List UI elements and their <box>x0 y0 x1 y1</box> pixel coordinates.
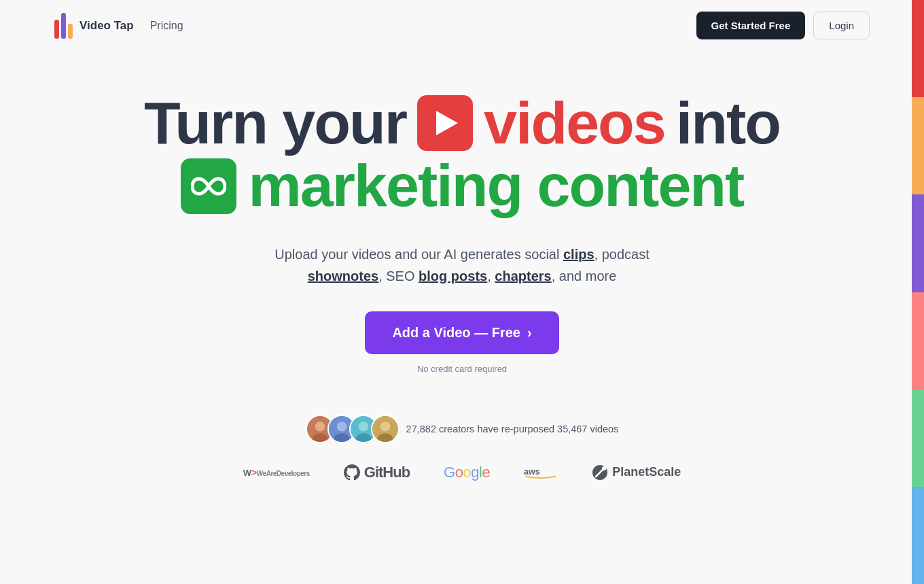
g-blue: G <box>444 464 455 481</box>
subtitle-clips: clips <box>563 247 594 262</box>
hero-text-videos: videos <box>484 92 665 154</box>
hero-title: Turn your videos into marketing content <box>144 92 780 218</box>
infinity-svg <box>191 176 226 196</box>
nav-left: Video Tap Pricing <box>54 13 183 39</box>
logo[interactable]: Video Tap <box>54 13 134 39</box>
avatar-face-4 <box>372 415 398 443</box>
avatars-row: 27,882 creators have re-purposed 35,467 … <box>306 415 619 443</box>
logo-text: Video Tap <box>79 19 134 33</box>
wad-arrow: > <box>251 466 257 478</box>
g-red2: e <box>482 464 490 481</box>
color-bar-pink <box>912 292 924 390</box>
color-bars <box>912 0 924 584</box>
planetscale-icon <box>592 464 608 481</box>
youtube-icon <box>417 95 473 151</box>
hero-text-into: into <box>676 92 780 154</box>
svg-point-7 <box>358 422 368 431</box>
subtitle-comma: , <box>487 269 491 284</box>
google-logo: Google <box>444 464 490 481</box>
aws-icon: aws <box>524 462 558 483</box>
svg-point-14 <box>602 466 606 470</box>
hero-text-marketing-content: marketing content <box>249 154 744 217</box>
color-bar-red <box>912 0 924 97</box>
svg-point-4 <box>336 422 346 431</box>
get-started-button[interactable]: Get Started Free <box>696 12 806 39</box>
play-triangle <box>436 111 458 135</box>
weareDevelopers-logo: W>WeAreDevelopers <box>243 466 310 478</box>
subtitle-text-pre: Upload your videos and our AI generates … <box>274 247 559 262</box>
subtitle-mid2: , SEO <box>378 269 414 284</box>
hero-title-line1: Turn your videos into <box>144 92 780 154</box>
cta-arrow-icon: › <box>527 325 532 341</box>
planetscale-logo: PlanetScale <box>592 464 681 481</box>
logo-bar-1 <box>54 20 59 39</box>
aws-logo: aws <box>524 462 558 483</box>
social-count-text: 27,882 creators have re-purposed 35,467 … <box>406 424 619 434</box>
logo-icon <box>54 13 73 39</box>
avatar-4 <box>371 415 399 443</box>
hero-section: Turn your videos into marketing content … <box>0 51 924 510</box>
no-credit-text: No credit card required <box>417 364 507 374</box>
wad-text: W>WeAreDevelopers <box>243 466 310 478</box>
wad-we: W <box>243 468 251 478</box>
google-text: Google <box>444 464 490 481</box>
g-red: o <box>455 464 463 481</box>
subtitle-chapters: chapters <box>495 269 551 284</box>
github-icon <box>344 464 360 481</box>
subtitle-mid1: , podcast <box>594 247 650 262</box>
hero-text-turn-your: Turn your <box>144 92 406 154</box>
add-video-label: Add a Video — Free <box>392 325 520 341</box>
subtitle-blogposts: blog posts <box>419 269 487 284</box>
hero-subtitle: Upload your videos and our AI generates … <box>251 243 673 287</box>
navbar: Video Tap Pricing Get Started Free Login <box>0 0 924 51</box>
hero-title-line2: marketing content <box>144 154 780 217</box>
color-bar-green <box>912 390 924 487</box>
color-bar-orange <box>912 97 924 194</box>
wad-rest: WeAreDevelopers <box>257 470 310 477</box>
github-logo: GitHub <box>344 464 410 481</box>
planetscale-text: PlanetScale <box>612 465 681 479</box>
svg-text:aws: aws <box>524 467 540 477</box>
brand-logos: W>WeAreDevelopers GitHub Google aws <box>243 462 681 483</box>
login-button[interactable]: Login <box>813 12 870 39</box>
svg-point-1 <box>315 422 324 431</box>
logo-bar-3 <box>68 24 73 39</box>
social-proof: 27,882 creators have re-purposed 35,467 … <box>243 415 681 483</box>
svg-point-10 <box>380 422 389 431</box>
color-bar-purple <box>912 194 924 292</box>
logo-bar-2 <box>61 13 66 39</box>
subtitle-end: , and more <box>552 269 617 284</box>
pricing-link[interactable]: Pricing <box>150 20 183 32</box>
add-video-button[interactable]: Add a Video — Free › <box>365 311 558 354</box>
subtitle-shownotes: shownotes <box>308 269 378 284</box>
color-bar-blue <box>912 487 924 584</box>
nav-right: Get Started Free Login <box>696 12 870 39</box>
infinity-icon <box>181 158 236 214</box>
github-text: GitHub <box>364 464 410 481</box>
avatars-group <box>306 415 399 443</box>
g-blue2: g <box>471 464 479 481</box>
g-yellow: o <box>463 464 471 481</box>
